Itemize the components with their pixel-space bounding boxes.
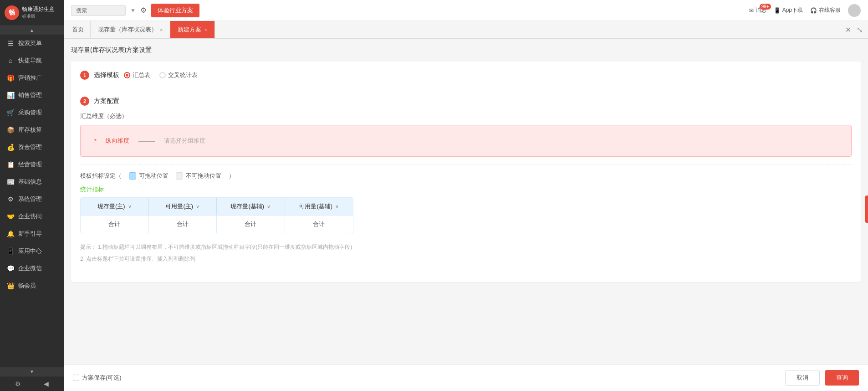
col-header-2[interactable]: 可用量(主) ∨	[149, 198, 217, 215]
sidebar-item-label: 销售管理	[18, 91, 42, 99]
dimension-box[interactable]: * 纵向维度 —— 请选择分组维度	[80, 125, 852, 157]
sidebar-item-guide[interactable]: 🔔 新手引导	[0, 225, 64, 242]
tips-title: 提示： 1.拖动标题栏可以调整布局，不可跨维度或指标区域拖动栏目字段(只能在同一…	[80, 242, 852, 252]
sidebar-item-label: 搜索菜单	[18, 39, 42, 47]
dimension-placeholder[interactable]: 请选择分组维度	[164, 137, 205, 145]
indicator-header: 模板指标设定（ 可拖动位置 不可拖动位置 ）	[80, 172, 852, 180]
tab-new-scheme[interactable]: 新建方案 ×	[170, 21, 214, 38]
search-input[interactable]	[71, 5, 126, 16]
dimension-required-mark: *	[94, 138, 97, 144]
sidebar-logo: 畅 畅康通好生意 标准版	[0, 0, 64, 26]
tab-home[interactable]: 首页	[66, 21, 91, 38]
indicator-close-paren: ）	[229, 172, 235, 180]
sidebar-item-label: 资金管理	[18, 143, 42, 151]
radio-circle-cross	[159, 72, 166, 78]
tips-section: 提示： 1.拖动标题栏可以调整布局，不可跨维度或指标区域拖动栏目字段(只能在同一…	[80, 242, 852, 264]
section-scheme-config: 2 方案配置 汇总维度（必选） * 纵向维度 —— 请选择分组维度 模板指标设定…	[80, 97, 852, 264]
sidebar-item-wechat[interactable]: 💬 企业微信	[0, 260, 64, 277]
page-footer: 方案保存(可选) 取消 查询	[64, 364, 868, 391]
indicator-table: 现存量(主) ∨ 可用量(主) ∨ 现存量(基辅) ∨ 可用量(基辅)	[80, 197, 353, 233]
sidebar: 畅 畅康通好生意 标准版 ▲ ☰ 搜索菜单 ⌂ 快捷导航 🎁 营销推广 📊 销售…	[0, 0, 64, 391]
finance-icon: 💰	[6, 143, 15, 151]
sidebar-item-marketing[interactable]: 🎁 营销推广	[0, 69, 64, 87]
operation-icon: 📋	[6, 160, 15, 169]
sidebar-item-search-menu[interactable]: ☰ 搜索菜单	[0, 35, 64, 52]
tab-inventory[interactable]: 现存量（库存状况表） ×	[91, 21, 170, 38]
vip-icon: 👑	[6, 282, 15, 290]
radio-cross[interactable]: 交叉统计表	[159, 71, 198, 79]
save-checkbox[interactable]	[73, 375, 79, 381]
sidebar-item-vip[interactable]: 👑 畅会员	[0, 277, 64, 294]
app-center-icon: 📱	[6, 247, 15, 255]
sidebar-scroll-up[interactable]: ▲	[0, 26, 64, 35]
col1-dropdown-icon[interactable]: ∨	[128, 204, 132, 210]
trial-btn[interactable]: 体验行业方案	[151, 4, 199, 17]
app-download-btn[interactable]: 📱 App下载	[774, 6, 803, 14]
sidebar-item-enterprise[interactable]: 🤝 企业协同	[0, 208, 64, 225]
search-dropdown-icon[interactable]: ▼	[130, 7, 136, 14]
sidebar-item-operation[interactable]: 📋 经营管理	[0, 156, 64, 173]
message-icon: ✉	[749, 7, 754, 14]
legend-draggable-box	[129, 172, 136, 180]
legend-nondraggable: 不可拖动位置	[176, 172, 221, 180]
template-radio-group: 汇总表 交叉统计表	[124, 71, 198, 79]
section-divider-1	[80, 89, 852, 89]
sidebar-item-label: 基础信息	[18, 178, 42, 186]
messages-btn[interactable]: ✉ 消息 99+	[749, 6, 766, 14]
basic-info-icon: 📰	[6, 178, 15, 186]
radio-summary[interactable]: 汇总表	[124, 71, 150, 79]
sidebar-item-system[interactable]: ⚙ 系统管理	[0, 190, 64, 208]
sidebar-scroll-down[interactable]: ▼	[0, 367, 64, 376]
marketing-icon: 🎁	[6, 74, 15, 82]
topbar-settings-icon[interactable]: ⚙	[140, 6, 147, 15]
avatar[interactable]	[848, 4, 861, 17]
cell-3: 合计	[217, 216, 285, 233]
right-hint	[865, 196, 868, 223]
sidebar-item-label: 企业协同	[18, 212, 42, 221]
expand-window-icon[interactable]: ⤡	[855, 24, 864, 36]
sidebar-item-label: 采购管理	[18, 108, 42, 117]
sidebar-item-app-center[interactable]: 📱 应用中心	[0, 242, 64, 260]
sidebar-item-purchase[interactable]: 🛒 采购管理	[0, 104, 64, 121]
col-header-4[interactable]: 可用量(基辅) ∨	[285, 198, 353, 215]
section1-header: 1 选择模板 汇总表 交叉统计表	[80, 71, 852, 80]
cell-4: 合计	[285, 216, 353, 233]
sound-footer-icon[interactable]: ◀	[44, 380, 49, 387]
section1-number: 1	[80, 71, 89, 80]
col4-dropdown-icon[interactable]: ∨	[335, 204, 339, 210]
sidebar-item-sales[interactable]: 📊 销售管理	[0, 87, 64, 104]
page-content: 现存量(库存状况表)方案设置 1 选择模板 汇总表	[64, 39, 868, 364]
settings-footer-icon[interactable]: ⚙	[15, 380, 21, 387]
col-header-1[interactable]: 现存量(主) ∨	[81, 198, 149, 215]
close-inventory-tab-icon[interactable]: ×	[160, 27, 163, 32]
service-icon: 🎧	[810, 7, 817, 14]
footer-btns: 取消 查询	[785, 370, 859, 386]
indicator-table-row: 合计 合计 合计 合计	[81, 215, 353, 233]
sales-icon: 📊	[6, 91, 15, 99]
section-divider-2	[80, 164, 852, 165]
section1-title: 选择模板	[94, 71, 119, 79]
query-button[interactable]: 查询	[825, 370, 859, 386]
dimension-arrow: ——	[138, 136, 155, 146]
online-service-btn[interactable]: 🎧 在线客服	[810, 6, 841, 14]
close-new-tab-icon[interactable]: ×	[204, 27, 207, 32]
col3-dropdown-icon[interactable]: ∨	[267, 204, 271, 210]
sidebar-item-finance[interactable]: 💰 资金管理	[0, 139, 64, 156]
sidebar-item-quick-nav[interactable]: ⌂ 快捷导航	[0, 52, 64, 69]
section-choose-template: 1 选择模板 汇总表 交叉统计表	[80, 71, 852, 80]
radio-dot-summary	[126, 74, 128, 77]
search-menu-icon: ☰	[6, 39, 15, 47]
radio-circle-summary	[124, 72, 130, 78]
col2-dropdown-icon[interactable]: ∨	[196, 204, 199, 210]
sidebar-item-inventory[interactable]: 📦 库存核算	[0, 121, 64, 139]
sidebar-item-label: 库存核算	[18, 126, 42, 134]
cell-1: 合计	[81, 216, 149, 233]
quick-nav-icon: ⌂	[6, 57, 15, 65]
col-header-3[interactable]: 现存量(基辅) ∨	[217, 198, 285, 215]
sidebar-item-basic-info[interactable]: 📰 基础信息	[0, 173, 64, 190]
cancel-button[interactable]: 取消	[785, 370, 820, 386]
tabbar-end: ✕ ⤡	[843, 24, 868, 36]
sidebar-item-label: 营销推广	[18, 74, 42, 82]
close-window-icon[interactable]: ✕	[843, 24, 853, 36]
save-label: 方案保存(可选)	[82, 374, 122, 382]
